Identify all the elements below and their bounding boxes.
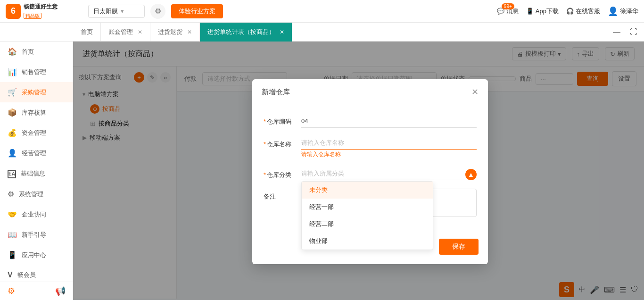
sidebar-item-apps[interactable]: 📱 应用中心 xyxy=(0,245,73,265)
phone-icon: 📱 xyxy=(526,8,534,15)
modal-header: 新增仓库 ✕ xyxy=(252,79,488,105)
app-download-button[interactable]: 📱 App下载 xyxy=(526,7,559,16)
tabs-row: 首页 账套管理 ✕ 进货退货 ✕ 进货单统计表（按商品） ✕ — ⛶ xyxy=(0,23,644,42)
category-dropdown-toggle[interactable]: ▲ xyxy=(465,169,477,180)
tabs-end: — ⛶ xyxy=(610,25,644,39)
online-service-button[interactable]: 🎧 在线客服 xyxy=(566,7,600,16)
store-selector[interactable]: 日太阳膜 ▾ xyxy=(88,5,145,18)
purchase-icon: 🛒 xyxy=(8,88,17,97)
dropdown-item-uncategorized[interactable]: 未分类 xyxy=(302,182,433,199)
dropdown-item-property[interactable]: 物业部 xyxy=(302,233,433,250)
form-row-category: 仓库分类 ▲ 未分类 经营一部 经营二部 物业部 xyxy=(264,167,477,180)
sidebar: 🏠 首页 📊 销售管理 🛒 采购管理 📦 库存核算 💰 资金管理 👤 经营管理 … xyxy=(0,42,73,300)
content-area: 进货单统计（按商品） 🖨 按模板打印 ▾ ↑ 导出 ↻ 刷新 xyxy=(73,42,644,300)
top-header: 6 畅捷通好生意 精品版 日太阳膜 ▾ ⚙ 体验行业方案 💬 消息 99+ 📱 … xyxy=(0,0,644,23)
sidebar-item-inventory[interactable]: 📦 库存核算 xyxy=(0,102,73,123)
sidebar-item-purchase[interactable]: 🛒 采购管理 xyxy=(0,82,73,102)
logo-area: 6 畅捷通好生意 精品版 xyxy=(6,3,79,19)
enterprise-icon: 🤝 xyxy=(8,210,17,219)
category-dropdown: 未分类 经营一部 经营二部 物业部 xyxy=(301,181,433,250)
modal-body: 仓库编码 仓库名称 请输入仓库名称 仓库分类 ▲ xyxy=(252,105,488,233)
form-row-code: 仓库编码 xyxy=(264,115,477,128)
user-menu[interactable]: 👤 徐泽华 xyxy=(608,6,638,17)
sales-icon: 📊 xyxy=(8,67,17,76)
sidebar-item-guide[interactable]: 📖 新手引导 xyxy=(0,225,73,245)
save-button[interactable]: 保存 xyxy=(439,239,479,255)
sidebar-item-enterprise[interactable]: 🤝 企业协同 xyxy=(0,204,73,225)
guide-icon: 📖 xyxy=(8,230,17,239)
notification-button[interactable]: 💬 消息 99+ xyxy=(497,7,519,16)
name-error-msg: 请输入仓库名称 xyxy=(301,150,341,158)
operations-icon: 👤 xyxy=(8,149,17,158)
membership-icon: V xyxy=(8,271,13,279)
headset-icon: 🎧 xyxy=(566,8,574,15)
trial-button[interactable]: 体验行业方案 xyxy=(171,4,223,18)
sidebar-item-system[interactable]: ⚙ 系统管理 xyxy=(0,184,73,204)
main-layout: 🏠 首页 📊 销售管理 🛒 采购管理 📦 库存核算 💰 资金管理 👤 经营管理 … xyxy=(0,42,644,300)
header-center: 日太阳膜 ▾ ⚙ 体验行业方案 xyxy=(79,4,497,19)
finance-icon: 💰 xyxy=(8,128,17,137)
settings-bottom-icon[interactable]: ⚙ xyxy=(8,286,15,296)
basics-icon: EA xyxy=(8,169,16,178)
dropdown-item-ops2[interactable]: 经营二部 xyxy=(302,216,433,233)
form-row-name: 仓库名称 请输入仓库名称 xyxy=(264,136,477,158)
tab-purchase-return[interactable]: 进货退货 ✕ xyxy=(150,23,200,42)
category-field-wrap: ▲ 未分类 经营一部 经营二部 物业部 xyxy=(301,167,477,180)
chevron-down-icon: ▾ xyxy=(121,8,124,15)
code-input[interactable] xyxy=(301,115,477,128)
modal-title: 新增仓库 xyxy=(262,88,290,97)
sidebar-item-home[interactable]: 🏠 首页 xyxy=(0,42,73,62)
name-input[interactable] xyxy=(301,136,477,150)
tab-home[interactable]: 首页 xyxy=(73,23,101,42)
header-right: 💬 消息 99+ 📱 App下载 🎧 在线客服 👤 徐泽华 xyxy=(497,6,638,17)
apps-icon: 📱 xyxy=(8,250,17,259)
system-icon: ⚙ xyxy=(8,190,14,199)
home-icon: 🏠 xyxy=(8,47,17,56)
speaker-icon[interactable]: 📢 xyxy=(55,286,66,296)
sidebar-item-sales[interactable]: 📊 销售管理 xyxy=(0,62,73,82)
name-label: 仓库名称 xyxy=(264,137,301,149)
logo-text: 畅捷通好生意 精品版 xyxy=(24,3,58,19)
dropdown-item-ops1[interactable]: 经营一部 xyxy=(302,199,433,216)
avatar-icon: 👤 xyxy=(608,6,618,17)
settings-button[interactable]: ⚙ xyxy=(150,4,165,19)
remark-label: 备注 xyxy=(264,189,301,201)
tab-close-accounts[interactable]: ✕ xyxy=(138,29,142,35)
tab-close-purchase-return[interactable]: ✕ xyxy=(187,29,192,35)
sidebar-item-basics[interactable]: EA 基础信息 xyxy=(0,163,73,184)
category-input[interactable] xyxy=(301,167,477,180)
code-label: 仓库编码 xyxy=(264,115,301,126)
logo-icon: 6 xyxy=(6,4,21,19)
sidebar-item-finance[interactable]: 💰 资金管理 xyxy=(0,123,73,143)
inventory-icon: 📦 xyxy=(8,108,17,117)
sidebar-item-operations[interactable]: 👤 经营管理 xyxy=(0,143,73,163)
tabs-minimize-button[interactable]: — xyxy=(610,25,623,39)
modal-close-button[interactable]: ✕ xyxy=(471,87,479,97)
tabs-expand-button[interactable]: ⛶ xyxy=(627,25,640,39)
tab-accounts[interactable]: 账套管理 ✕ xyxy=(101,23,150,42)
tab-close-purchase-stats[interactable]: ✕ xyxy=(280,29,284,35)
tab-purchase-stats[interactable]: 进货单统计表（按商品） ✕ xyxy=(200,23,292,42)
add-warehouse-modal: 新增仓库 ✕ 仓库编码 仓库名称 请输入仓库名称 xyxy=(252,79,488,264)
category-label: 仓库分类 xyxy=(264,168,301,179)
